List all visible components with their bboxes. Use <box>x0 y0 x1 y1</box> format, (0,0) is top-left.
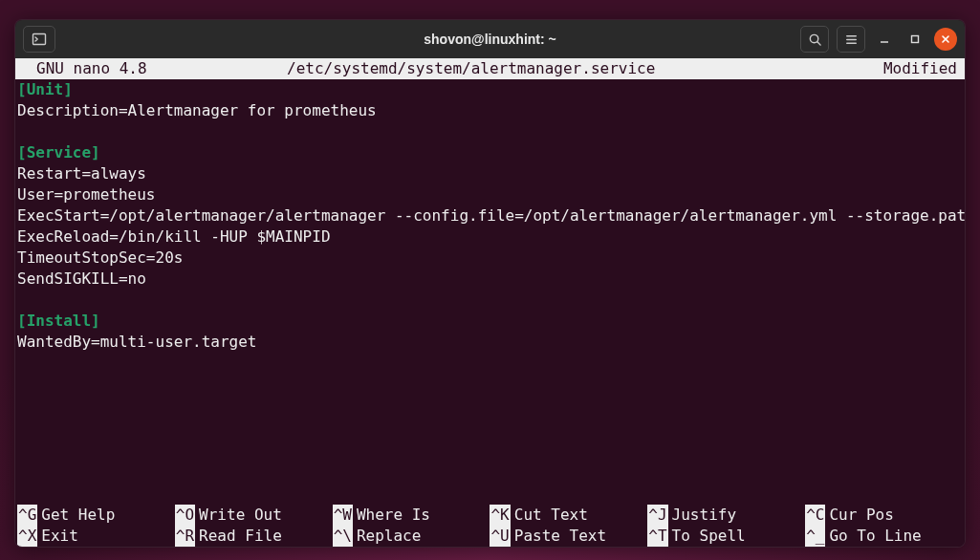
new-tab-button[interactable] <box>23 26 55 53</box>
shortcut-exit: ^X Exit <box>17 526 175 547</box>
nano-status: Modified <box>846 58 961 79</box>
line-execreload: ExecReload=/bin/kill -HUP $MAINPID <box>17 227 331 246</box>
shortcut-replace: ^\ Replace <box>333 526 490 547</box>
line-user: User=prometheus <box>17 185 156 204</box>
close-button[interactable] <box>934 28 957 51</box>
line-timeout: TimeoutStopSec=20s <box>17 248 183 267</box>
close-icon <box>941 34 950 44</box>
nano-footer: ^G Get Help ^O Write Out ^W Where Is ^K … <box>15 505 965 547</box>
titlebar[interactable]: shovon@linuxhint: ~ <box>15 20 965 58</box>
section-service: [Service] <box>17 143 100 162</box>
minimize-icon <box>879 33 890 45</box>
line-sendsigkill: SendSIGKILL=no <box>17 269 146 288</box>
svg-rect-0 <box>33 34 46 45</box>
menu-button[interactable] <box>837 26 865 53</box>
line-description: Description=Alertmanager for prometheus <box>17 101 377 119</box>
shortcut-cut-text: ^K Cut Text <box>490 505 647 526</box>
search-button[interactable] <box>800 26 829 53</box>
shortcut-get-help: ^G Get Help <box>17 505 175 526</box>
search-icon <box>808 32 822 47</box>
section-unit: [Unit] <box>17 80 73 98</box>
maximize-button[interactable] <box>904 28 926 51</box>
shortcut-read-file: ^R Read File <box>175 526 333 547</box>
line-wantedby: WantedBy=multi-user.target <box>17 333 256 351</box>
window-title: shovon@linuxhint: ~ <box>424 32 555 47</box>
editor-body[interactable]: [Unit] Description=Alertmanager for prom… <box>15 79 965 505</box>
nano-header: GNU nano 4.8 /etc/systemd/system/alertma… <box>15 58 965 79</box>
shortcut-cur-pos: ^C Cur Pos <box>805 505 963 526</box>
section-install: [Install] <box>17 312 100 330</box>
shortcut-to-spell: ^T To Spell <box>647 526 805 547</box>
shortcut-write-out: ^O Write Out <box>175 505 333 526</box>
shortcut-go-to-line: ^_ Go To Line <box>805 526 963 547</box>
hamburger-icon <box>844 32 859 47</box>
shortcut-where-is: ^W Where Is <box>333 505 490 526</box>
shortcut-justify: ^J Justify <box>647 505 805 526</box>
maximize-icon <box>909 33 921 45</box>
line-restart: Restart=always <box>17 164 146 183</box>
terminal-icon <box>32 32 47 47</box>
terminal-area[interactable]: GNU nano 4.8 /etc/systemd/system/alertma… <box>15 58 965 547</box>
terminal-window: shovon@linuxhint: ~ GNU nano 4.8 /etc/sy… <box>14 19 966 548</box>
svg-rect-7 <box>912 36 919 43</box>
shortcut-paste-text: ^U Paste Text <box>490 526 647 547</box>
nano-filepath: /etc/systemd/system/alertmanager.service <box>287 58 846 79</box>
line-execstart: ExecStart=/opt/alertmanager/alertmanager… <box>17 206 965 225</box>
minimize-button[interactable] <box>873 28 896 51</box>
nano-version: GNU nano 4.8 <box>19 58 287 79</box>
svg-line-2 <box>817 41 819 44</box>
